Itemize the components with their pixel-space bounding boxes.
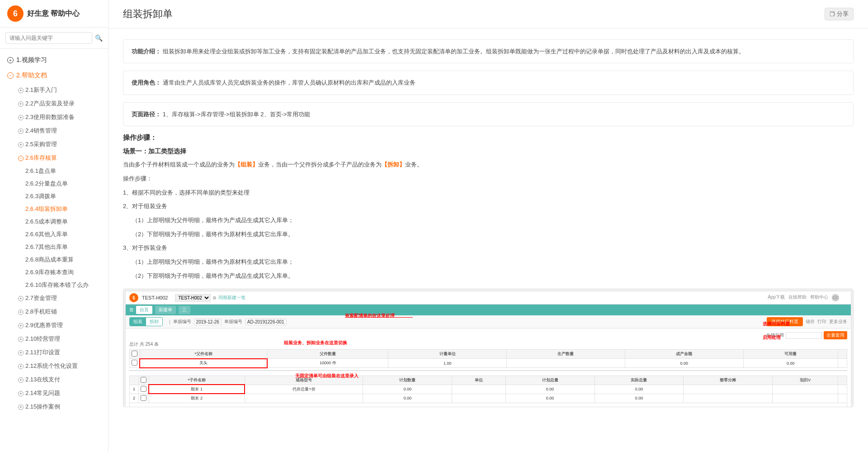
sidebar-item-2-6-9[interactable]: 2.6.9库存账本查询 bbox=[18, 266, 108, 279]
sidebar-item-2-6-2[interactable]: 2.6.2分量盘点单 bbox=[18, 177, 108, 190]
ss-row1-check[interactable] bbox=[132, 360, 137, 366]
function-intro-block: 功能介绍： 组装拆卸单用来处理企业组装或拆卸等加工业务，支持有固定装配清单的产品… bbox=[123, 39, 854, 63]
ss-titlebar: 6 TEST-H002 TEST-H002 ⚙ 同期新建一笔 App下载 在线帮… bbox=[126, 291, 851, 305]
screenshot: 6 TEST-H002 TEST-H002 ⚙ 同期新建一笔 App下载 在线帮… bbox=[123, 289, 853, 407]
ss-col-checkbox bbox=[130, 350, 140, 359]
ss-unit-1: 1.00 bbox=[388, 359, 507, 368]
role-label: 使用角色： bbox=[132, 79, 161, 86]
ss-col-alloc: 整零分摊 bbox=[684, 376, 773, 385]
ss-tab-assemble[interactable]: 组装 bbox=[130, 318, 146, 326]
sidebar-item-video[interactable]: + 1.视频学习 bbox=[0, 52, 108, 68]
ss-apply-btn[interactable]: 全量套用 bbox=[824, 331, 847, 339]
ss-logo-icon: 6 bbox=[129, 293, 138, 302]
ss-top-table: *父件名称 父件数量 计量单位 生产数量 成产金额 可用量 bbox=[129, 349, 847, 368]
step1: 1、根据不同的业务，选择不同单据的类型来处理 bbox=[123, 187, 854, 199]
ss-refresh-btn[interactable]: 同期新建一笔 bbox=[218, 295, 245, 301]
ss-col-produce-qty: 生产数量 bbox=[507, 350, 625, 359]
sidebar-item-customize[interactable]: +2.12系统个性化设置 bbox=[11, 359, 108, 373]
ss-top-row-1: 关头 10000 件 1.00 0.00 0.00 bbox=[130, 359, 847, 368]
ss-help-icon: 在线帮助 bbox=[788, 294, 807, 301]
ss-nav-icon: ≡ bbox=[129, 306, 133, 314]
ss-child-spec-1: 代存总量+价 bbox=[245, 385, 363, 394]
ss-print-icon[interactable]: 打印 bbox=[817, 319, 826, 325]
ss-child-unit-1 bbox=[452, 385, 505, 394]
function-intro-label: 功能介绍： bbox=[132, 48, 161, 55]
keyword-disassemble: 【拆卸】 bbox=[382, 161, 405, 168]
ss-bottom-row-2: 2 期末 2 0.00 0.00 0.00 bbox=[130, 394, 847, 403]
sidebar-item-faq[interactable]: +2.14常见问题 bbox=[11, 386, 108, 400]
sidebar-item-2-6-7[interactable]: 2.6.7其他出库单 bbox=[18, 241, 108, 253]
sidebar-item-cases[interactable]: +2.15操作案例 bbox=[11, 400, 108, 414]
steps-title: 操作步骤： bbox=[123, 133, 854, 142]
sidebar-item-install[interactable]: +2.2产品安装及登录 bbox=[11, 97, 108, 110]
page-title: 组装拆卸单 bbox=[123, 7, 173, 21]
sidebar-item-data-prep[interactable]: +2.3使用前数据准备 bbox=[11, 110, 108, 124]
ss-op-2 bbox=[838, 394, 847, 403]
sidebar-item-online-pay[interactable]: +2.13在线支付 bbox=[11, 373, 108, 386]
ss-help-center-icon: 帮助中心 bbox=[810, 294, 828, 301]
ss-select-all-top[interactable] bbox=[132, 351, 137, 357]
ss-save-icon[interactable]: 储存 bbox=[806, 319, 815, 325]
ss-actual-total-1: 0.00 bbox=[594, 385, 684, 394]
nav-list: + 1.视频学习 − 2.帮助文档 +2.1新手入门 +2.2产品安装及登录 +… bbox=[0, 49, 108, 452]
ss-actual-total-2: 0.00 bbox=[594, 394, 684, 403]
sidebar-item-inventory[interactable]: −2.6库存核算 bbox=[11, 151, 108, 165]
ss-bottom-check-2[interactable] bbox=[141, 395, 146, 401]
ss-row-check-2 bbox=[139, 394, 149, 403]
ss-avatar: CC bbox=[832, 294, 839, 301]
ss-col-produce-amt: 成产金额 bbox=[625, 350, 743, 359]
share-button[interactable]: ❐ 分享 bbox=[825, 8, 854, 20]
sidebar-item-print[interactable]: +2.11打印设置 bbox=[11, 346, 108, 359]
sidebar-item-2-6-10[interactable]: 2.6.10库存账本错了么办 bbox=[18, 279, 108, 291]
step2-1: （1）上部明细为父件明细，最终作为产成品生成其它入库单； bbox=[123, 215, 854, 226]
annotation-1-line bbox=[345, 317, 413, 318]
ss-col-child-checkbox bbox=[139, 376, 149, 385]
ss-type-tabs: 组装 拆卸 bbox=[129, 317, 163, 326]
ss-bottom-check-1[interactable] bbox=[141, 386, 146, 392]
ss-more-icon[interactable]: 更多业务 bbox=[829, 319, 847, 325]
content-body: 功能介绍： 组装拆卸单用来处理企业组装或拆卸等加工业务，支持有固定装配清单的产品… bbox=[108, 29, 868, 452]
ss-col-child-name: *子件名称 bbox=[149, 376, 245, 385]
ss-doc-no: AD-20191226-001 bbox=[245, 319, 287, 325]
sidebar-item-coupon[interactable]: +2.9优惠券管理 bbox=[11, 319, 108, 332]
ss-produce-amt-1: 0.00 bbox=[625, 359, 743, 368]
sidebar-item-2-6-6[interactable]: 2.6.6其他入库单 bbox=[18, 228, 108, 241]
ss-tab-disassemble[interactable]: 拆卸 bbox=[146, 318, 162, 326]
ss-child-spec-2 bbox=[245, 394, 363, 403]
ss-warehouse-input[interactable] bbox=[786, 332, 822, 339]
step2-2: （2）下部明细为子件明细，最终作为原材料生成其它出库单。 bbox=[123, 229, 854, 240]
ss-row-no-1: 1 bbox=[130, 385, 139, 394]
sidebar-item-2-6-8[interactable]: 2.6.8商品成本重算 bbox=[18, 253, 108, 266]
sidebar-item-mobile[interactable]: +2.8手机旺铺 bbox=[11, 305, 108, 319]
sidebar-item-2-6-5[interactable]: 2.6.5成本调整单 bbox=[18, 215, 108, 228]
ss-tab-home[interactable]: 自页 bbox=[136, 306, 152, 314]
ss-plan-qty-2: 0.00 bbox=[363, 394, 452, 403]
keyword-assemble: 【组装】 bbox=[235, 161, 258, 168]
ss-row-checkbox bbox=[130, 359, 140, 368]
sidebar-item-sales[interactable]: +2.4销售管理 bbox=[11, 124, 108, 138]
ss-available-1: 0.00 bbox=[743, 359, 838, 368]
step3-2: （2）下部明细为子件明细，最终作为产成品生成其它入库单。 bbox=[123, 271, 854, 282]
ss-close-icon[interactable]: ✕ bbox=[843, 295, 847, 301]
ss-select-all-bottom[interactable] bbox=[141, 377, 146, 383]
sidebar-item-docs[interactable]: − 2.帮助文档 bbox=[0, 68, 108, 83]
sidebar-item-newcomer[interactable]: +2.1新手入门 bbox=[11, 83, 108, 97]
ss-tab-more[interactable]: 三 bbox=[179, 306, 190, 314]
sidebar-item-2-6-1[interactable]: 2.6.1盘点单 bbox=[18, 165, 108, 177]
sidebar-item-2-6-4[interactable]: 2.6.4组装拆卸单 bbox=[18, 203, 108, 215]
search-input[interactable] bbox=[5, 32, 92, 44]
search-icon[interactable]: 🔍 bbox=[95, 34, 103, 42]
sidebar-item-finance[interactable]: +2.7资金管理 bbox=[11, 291, 108, 305]
ss-col-assign: 划归V bbox=[773, 376, 838, 385]
ss-tenant-select[interactable]: TEST-H002 bbox=[175, 294, 211, 302]
path-block: 页面路径： 1、库存核算->库存管理->组装拆卸单 2、首页->常用功能 bbox=[123, 102, 854, 126]
sidebar-item-2-6-3[interactable]: 2.6.3调拨单 bbox=[18, 190, 108, 203]
function-intro-text: 组装拆卸单用来处理企业组装或拆卸等加工业务，支持有固定装配清单的产品加工业务，也… bbox=[163, 48, 745, 55]
ss-child-name-2: 期末 2 bbox=[149, 394, 245, 403]
sidebar-item-purchase[interactable]: +2.5采购管理 bbox=[11, 138, 108, 151]
sidebar-item-operation[interactable]: +2.10经营管理 bbox=[11, 332, 108, 346]
ss-alloc-2 bbox=[684, 394, 773, 403]
ss-tab-new[interactable]: 新建单 bbox=[155, 306, 176, 314]
sub-sub-nav-inventory: 2.6.1盘点单 2.6.2分量盘点单 2.6.3调拨单 2.6.4组装拆卸单 … bbox=[11, 165, 108, 291]
ss-bottom-row-3 bbox=[130, 403, 847, 407]
